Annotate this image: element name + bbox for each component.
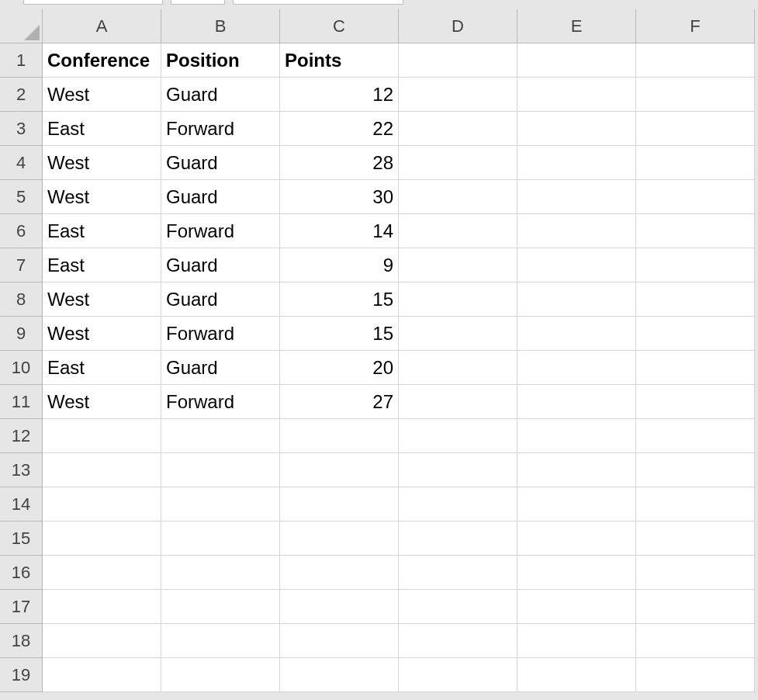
- cell-E8[interactable]: [517, 282, 636, 317]
- cell-B1[interactable]: Position: [161, 43, 280, 78]
- cell-F8[interactable]: [636, 282, 755, 317]
- cell-D18[interactable]: [399, 624, 517, 658]
- cell-D2[interactable]: [399, 78, 517, 112]
- cell-B10[interactable]: Guard: [161, 351, 280, 385]
- row-header-2[interactable]: 2: [0, 78, 43, 112]
- cell-A3[interactable]: East: [43, 112, 161, 146]
- cell-A17[interactable]: [43, 590, 161, 624]
- row-header-14[interactable]: 14: [0, 487, 43, 522]
- cell-E10[interactable]: [517, 351, 636, 385]
- row-header-13[interactable]: 13: [0, 453, 43, 487]
- cell-E9[interactable]: [517, 317, 636, 351]
- cell-F14[interactable]: [636, 487, 755, 522]
- cell-C9[interactable]: 15: [280, 317, 399, 351]
- cell-D1[interactable]: [399, 43, 517, 78]
- cell-D4[interactable]: [399, 146, 517, 180]
- cell-A8[interactable]: West: [43, 282, 161, 317]
- cell-B15[interactable]: [161, 522, 280, 556]
- cell-A6[interactable]: East: [43, 214, 161, 248]
- cell-B18[interactable]: [161, 624, 280, 658]
- cell-F16[interactable]: [636, 556, 755, 590]
- cell-C10[interactable]: 20: [280, 351, 399, 385]
- cell-F17[interactable]: [636, 590, 755, 624]
- cell-F7[interactable]: [636, 248, 755, 282]
- cell-D12[interactable]: [399, 419, 517, 453]
- cell-C5[interactable]: 30: [280, 180, 399, 214]
- cell-B3[interactable]: Forward: [161, 112, 280, 146]
- cell-A15[interactable]: [43, 522, 161, 556]
- cell-E11[interactable]: [517, 385, 636, 419]
- cell-C16[interactable]: [280, 556, 399, 590]
- select-all-corner[interactable]: [0, 9, 43, 43]
- cell-F10[interactable]: [636, 351, 755, 385]
- cell-E19[interactable]: [517, 658, 636, 692]
- row-header-5[interactable]: 5: [0, 180, 43, 214]
- cell-E7[interactable]: [517, 248, 636, 282]
- cell-F18[interactable]: [636, 624, 755, 658]
- row-header-19[interactable]: 19: [0, 658, 43, 692]
- cell-A5[interactable]: West: [43, 180, 161, 214]
- cell-A9[interactable]: West: [43, 317, 161, 351]
- row-header-17[interactable]: 17: [0, 590, 43, 624]
- cell-A10[interactable]: East: [43, 351, 161, 385]
- cell-E18[interactable]: [517, 624, 636, 658]
- cell-E16[interactable]: [517, 556, 636, 590]
- cell-C4[interactable]: 28: [280, 146, 399, 180]
- cell-C13[interactable]: [280, 453, 399, 487]
- cell-E12[interactable]: [517, 419, 636, 453]
- cell-C7[interactable]: 9: [280, 248, 399, 282]
- row-header-16[interactable]: 16: [0, 556, 43, 590]
- cell-B13[interactable]: [161, 453, 280, 487]
- cell-D13[interactable]: [399, 453, 517, 487]
- cell-F12[interactable]: [636, 419, 755, 453]
- cell-C6[interactable]: 14: [280, 214, 399, 248]
- cell-B12[interactable]: [161, 419, 280, 453]
- cell-E3[interactable]: [517, 112, 636, 146]
- cell-B11[interactable]: Forward: [161, 385, 280, 419]
- row-header-11[interactable]: 11: [0, 385, 43, 419]
- cell-F11[interactable]: [636, 385, 755, 419]
- cell-C11[interactable]: 27: [280, 385, 399, 419]
- cell-A13[interactable]: [43, 453, 161, 487]
- cell-D17[interactable]: [399, 590, 517, 624]
- cell-C19[interactable]: [280, 658, 399, 692]
- cell-C18[interactable]: [280, 624, 399, 658]
- cell-E4[interactable]: [517, 146, 636, 180]
- col-header-C[interactable]: C: [280, 9, 399, 43]
- cell-D16[interactable]: [399, 556, 517, 590]
- cell-F3[interactable]: [636, 112, 755, 146]
- cell-A12[interactable]: [43, 419, 161, 453]
- cell-C15[interactable]: [280, 522, 399, 556]
- cell-D19[interactable]: [399, 658, 517, 692]
- cell-A16[interactable]: [43, 556, 161, 590]
- col-header-E[interactable]: E: [517, 9, 636, 43]
- cell-A2[interactable]: West: [43, 78, 161, 112]
- cell-A18[interactable]: [43, 624, 161, 658]
- cell-D5[interactable]: [399, 180, 517, 214]
- row-header-9[interactable]: 9: [0, 317, 43, 351]
- cell-B16[interactable]: [161, 556, 280, 590]
- col-header-A[interactable]: A: [43, 9, 161, 43]
- cell-A7[interactable]: East: [43, 248, 161, 282]
- row-header-6[interactable]: 6: [0, 214, 43, 248]
- cell-C1[interactable]: Points: [280, 43, 399, 78]
- row-header-3[interactable]: 3: [0, 112, 43, 146]
- cell-C8[interactable]: 15: [280, 282, 399, 317]
- row-header-18[interactable]: 18: [0, 624, 43, 658]
- cell-F6[interactable]: [636, 214, 755, 248]
- cell-B8[interactable]: Guard: [161, 282, 280, 317]
- cell-E13[interactable]: [517, 453, 636, 487]
- col-header-B[interactable]: B: [161, 9, 280, 43]
- cell-B7[interactable]: Guard: [161, 248, 280, 282]
- cell-F9[interactable]: [636, 317, 755, 351]
- cell-B14[interactable]: [161, 487, 280, 522]
- cell-C12[interactable]: [280, 419, 399, 453]
- cell-D3[interactable]: [399, 112, 517, 146]
- cell-E15[interactable]: [517, 522, 636, 556]
- cell-A14[interactable]: [43, 487, 161, 522]
- cell-B19[interactable]: [161, 658, 280, 692]
- cell-B6[interactable]: Forward: [161, 214, 280, 248]
- cell-F13[interactable]: [636, 453, 755, 487]
- cell-D14[interactable]: [399, 487, 517, 522]
- cell-B4[interactable]: Guard: [161, 146, 280, 180]
